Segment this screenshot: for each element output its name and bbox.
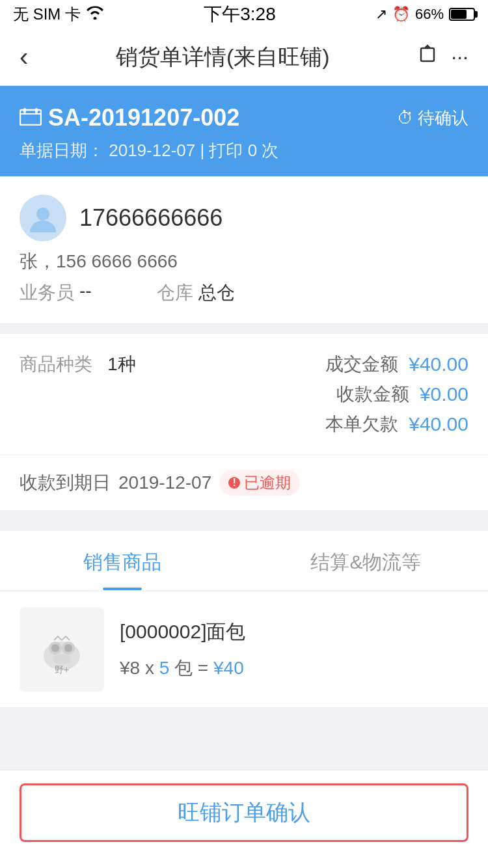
- order-date: 单据日期： 2019-12-07 | 打印 0 次: [20, 139, 468, 162]
- overdue-icon: !: [228, 477, 240, 489]
- battery-percent: 66%: [415, 6, 444, 23]
- product-info: [0000002]面包 ¥8 x 5 包 = ¥40: [120, 619, 468, 681]
- tabs-bar: 销售商品 结算&物流等: [0, 531, 488, 591]
- tab-sales-products[interactable]: 销售商品: [0, 531, 244, 590]
- product-item: 野+ [0000002]面包 ¥8 x 5 包 = ¥40: [20, 607, 468, 692]
- due-date-label: 收款到期日: [20, 470, 111, 495]
- deal-amount-value: ¥40.00: [409, 353, 468, 375]
- avatar: [20, 195, 66, 241]
- product-type-value: 1种: [107, 354, 136, 374]
- location-icon: ↗: [375, 6, 387, 23]
- received-amount-value: ¥0.00: [420, 383, 468, 405]
- customer-alt-info: 张，156 6666 6666: [20, 249, 468, 274]
- more-button[interactable]: ···: [451, 45, 468, 69]
- overdue-badge: ! 已逾期: [219, 470, 300, 496]
- due-section: 收款到期日 2019-12-07 ! 已逾期: [0, 455, 488, 510]
- battery-icon: [449, 8, 475, 21]
- divider-1: [0, 323, 488, 334]
- share-button[interactable]: [417, 44, 438, 70]
- product-total: ¥40: [213, 658, 244, 678]
- confirm-order-button[interactable]: 旺铺订单确认: [20, 783, 468, 842]
- alarm-icon: ⏰: [392, 6, 410, 23]
- product-qty: 5: [159, 658, 170, 678]
- customer-name: 17666666666: [79, 204, 223, 232]
- wifi-icon: [86, 5, 104, 23]
- owed-amount-value: ¥40.00: [409, 413, 468, 435]
- order-header-card: SA-20191207-002 ⏱ 待确认 单据日期： 2019-12-07 |…: [0, 86, 488, 176]
- order-status: ⏱ 待确认: [397, 107, 468, 129]
- product-thumbnail: 野+: [20, 607, 104, 692]
- svg-rect-2: [23, 108, 26, 113]
- status-left: 无 SIM 卡: [13, 4, 104, 25]
- product-type-label: 商品种类: [20, 354, 92, 374]
- product-section: 野+ [0000002]面包 ¥8 x 5 包 = ¥40: [0, 591, 488, 707]
- svg-rect-1: [20, 110, 41, 125]
- nav-actions: ···: [417, 44, 468, 70]
- customer-section: 17666666666 张，156 6666 6666 业务员 -- 仓库 总仓: [0, 176, 488, 323]
- customer-meta: 业务员 -- 仓库 总仓: [20, 280, 468, 305]
- sales-label: 业务员: [20, 280, 74, 305]
- status-right: ↗ ⏰ 66%: [375, 6, 475, 23]
- divider-2: [0, 510, 488, 521]
- product-name: [0000002]面包: [120, 619, 468, 645]
- carrier-text: 无 SIM 卡: [13, 4, 81, 25]
- order-id: SA-20191207-002: [20, 104, 239, 131]
- owed-label: 本单欠款: [325, 412, 398, 437]
- sales-value: --: [79, 280, 92, 305]
- product-price: ¥8 x 5 包 = ¥40: [120, 656, 468, 681]
- status-time: 下午3:28: [204, 2, 276, 27]
- due-date-value: 2019-12-07: [118, 472, 211, 493]
- deal-amount-label: 成交金额: [325, 352, 398, 377]
- clock-icon: ⏱: [397, 108, 414, 128]
- page-title: 销货单详情(来自旺铺): [116, 42, 330, 72]
- status-bar: 无 SIM 卡 下午3:28 ↗ ⏰ 66%: [0, 0, 488, 29]
- back-button[interactable]: ‹: [20, 42, 28, 72]
- svg-point-4: [36, 208, 49, 221]
- summary-section: 商品种类 1种 成交金额 ¥40.00 收款金额 ¥0.00 本单欠款 ¥40.…: [0, 334, 488, 455]
- order-icon: [20, 104, 42, 131]
- svg-point-9: [64, 644, 72, 652]
- svg-point-8: [51, 644, 59, 652]
- svg-point-10: [53, 654, 71, 664]
- warehouse-value: 总仓: [198, 280, 235, 305]
- svg-rect-3: [35, 108, 38, 113]
- svg-text:野+: 野+: [55, 664, 69, 675]
- svg-rect-0: [421, 48, 434, 61]
- overdue-text: 已逾期: [244, 472, 291, 493]
- nav-bar: ‹ 销货单详情(来自旺铺) ···: [0, 29, 488, 86]
- warehouse-label: 仓库: [157, 280, 193, 305]
- bottom-button-wrap: 旺铺订单确认: [0, 770, 488, 868]
- received-label: 收款金额: [336, 382, 409, 407]
- tab-settlement[interactable]: 结算&物流等: [244, 531, 488, 590]
